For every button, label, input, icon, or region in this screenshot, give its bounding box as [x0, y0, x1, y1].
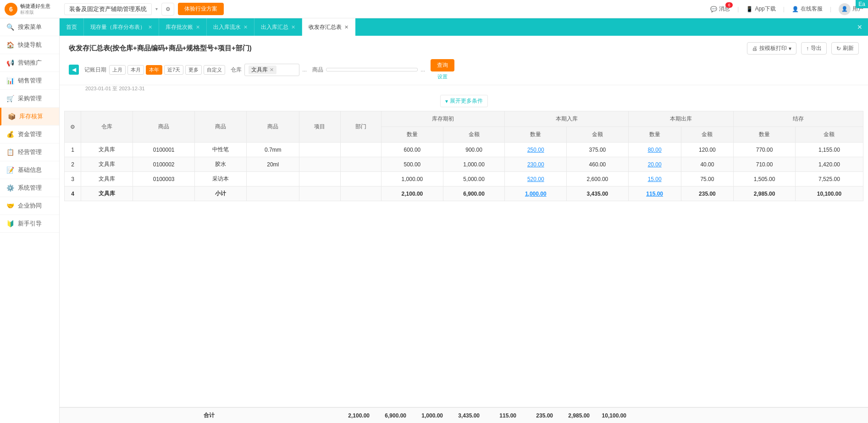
row-spec: 0.7mm — [247, 143, 299, 157]
row-bal-qty: 710.00 — [734, 157, 796, 172]
date-btn-last-month[interactable]: 上月 — [109, 65, 126, 75]
row-bal-amt: 7,525.00 — [795, 172, 863, 187]
footer-bal-qty: 2,985.00 — [558, 412, 594, 419]
system-title[interactable]: 装备及固定资产辅助管理系统 — [64, 3, 152, 15]
page-actions: 🖨 按模板打印 ▾ ↑ 导出 ↻ 刷新 — [747, 42, 859, 55]
table-footer: 合计 2,100.00 6,900.00 1,000.00 3,435.00 1… — [60, 407, 868, 423]
tab-batch-ledger[interactable]: 库存批次账 ✕ — [159, 18, 207, 36]
expand-conditions-btn[interactable]: ▾ 展开更多条件 — [440, 95, 488, 107]
trial-button[interactable]: 体验行业方案 — [178, 3, 224, 15]
tab-close-in-out-summary[interactable]: ✕ — [291, 24, 295, 30]
row-name: 胶水 — [195, 157, 247, 172]
row-out-qty[interactable]: 20.00 — [628, 157, 681, 172]
export-button[interactable]: ↑ 导出 — [801, 42, 827, 55]
sidebar-item-sales[interactable]: 📊 销售管理 — [0, 72, 59, 90]
row-in-amt: 375.00 — [567, 143, 629, 157]
subtotal-in-amt: 3,435.00 — [567, 187, 629, 201]
online-service-item[interactable]: 👤 在线客服 — [792, 5, 823, 13]
subtotal-in-qty[interactable]: 1,000.00 — [505, 187, 567, 201]
sidebar-item-enterprise[interactable]: 🤝 企业协同 — [0, 197, 59, 215]
subtotal-out-qty[interactable]: 115.00 — [628, 187, 681, 201]
row-index: 3 — [65, 172, 81, 187]
system-dropdown-icon[interactable]: ▾ — [155, 6, 158, 11]
base-info-icon: 📝 — [6, 166, 14, 174]
table-settings-icon[interactable]: ⚙ — [70, 124, 75, 130]
product-filter-field[interactable] — [326, 68, 418, 71]
date-btn-custom[interactable]: 自定义 — [204, 65, 225, 75]
row-out-amt: 40.00 — [681, 157, 734, 172]
tab-home[interactable]: 首页 — [60, 18, 84, 36]
row-code: 0100001 — [133, 143, 195, 157]
row-in-qty[interactable]: 520.00 — [505, 172, 567, 187]
row-dept — [340, 172, 381, 187]
print-button[interactable]: 🖨 按模板打印 ▾ — [747, 42, 796, 55]
sidebar-item-operations[interactable]: 📋 经营管理 — [0, 143, 59, 161]
warehouse-tag-close[interactable]: ✕ — [270, 67, 274, 73]
system-icon: ⚙️ — [6, 184, 14, 192]
row-dept — [340, 157, 381, 172]
col-out-amt-header: 金额 — [681, 127, 734, 143]
tab-close-receive-send-summary[interactable]: ✕ — [344, 24, 348, 30]
row-out-qty[interactable]: 80.00 — [628, 143, 681, 157]
refresh-button[interactable]: ↻ 刷新 — [831, 42, 859, 55]
query-button[interactable]: 查询 — [431, 59, 454, 71]
sidebar-item-marketing[interactable]: 📢 营销推广 — [0, 54, 59, 72]
col-settings-header[interactable]: ⚙ — [65, 111, 81, 143]
date-btn-7days[interactable]: 近7天 — [164, 65, 183, 75]
sidebar-item-purchase[interactable]: 🛒 采购管理 — [0, 90, 59, 108]
message-item[interactable]: 💬 消息 6 — [710, 5, 730, 13]
printer-icon: 🖨 — [752, 45, 757, 52]
sidebar-item-search[interactable]: 🔍 搜索菜单 — [0, 18, 59, 36]
row-opening-qty: 500.00 — [381, 157, 443, 172]
row-bal-qty: 1,505.00 — [734, 172, 796, 187]
sidebar-item-finance[interactable]: 💰 资金管理 — [0, 126, 59, 143]
subtotal-warehouse: 文具库 — [81, 187, 133, 201]
sidebar-item-quick-nav[interactable]: 🏠 快捷导航 — [0, 36, 59, 54]
tab-receive-send-summary[interactable]: 收发存汇总表 ✕ — [302, 18, 355, 36]
top-header: 6 畅捷通好生意 标准版 装备及固定资产辅助管理系统 ▾ ⚙ 体验行业方案 💬 … — [0, 0, 868, 18]
col-out-qty-header: 数量 — [628, 127, 681, 143]
tab-close-inventory-dist[interactable]: ✕ — [148, 24, 152, 30]
sidebar-item-inventory[interactable]: 📦 库存核算 — [0, 108, 59, 126]
avatar: 👤 — [839, 3, 851, 15]
app-download-item[interactable]: 📱 App下载 — [746, 5, 775, 13]
gear-button[interactable]: ⚙ — [161, 3, 174, 16]
sidebar-item-guide[interactable]: 🔰 新手引导 — [0, 215, 59, 233]
date-btn-this-month[interactable]: 本月 — [127, 65, 144, 75]
col-in-qty-header: 数量 — [505, 127, 567, 143]
tab-in-out-summary[interactable]: 出入库汇总 ✕ — [254, 18, 302, 36]
col-spec-header: 商品 — [247, 111, 299, 143]
refresh-icon: ↻ — [836, 45, 841, 52]
row-warehouse: 文具库 — [81, 157, 133, 172]
date-btn-this-year[interactable]: 本年 — [146, 65, 162, 75]
subtotal-dept — [340, 187, 381, 201]
tab-close-batch-ledger[interactable]: ✕ — [196, 24, 200, 30]
sidebar-item-system[interactable]: ⚙️ 系统管理 — [0, 179, 59, 197]
row-bal-amt: 1,155.00 — [795, 143, 863, 157]
tab-inventory-dist[interactable]: 现存量（库存分布表） ✕ — [84, 18, 159, 36]
settings-link[interactable]: 设置 — [431, 73, 454, 80]
row-bal-qty: 770.00 — [734, 143, 796, 157]
tab-close-in-out-flow[interactable]: ✕ — [243, 24, 248, 30]
filter-bar: ◀ 记账日期 上月 本月 本年 近7天 更多 自定义 仓库 — [60, 55, 868, 85]
tab-bar-close-btn[interactable]: ✕ — [851, 18, 868, 36]
warehouse-filter-field[interactable]: 文具库 ✕ — [244, 64, 299, 76]
finance-icon: 💰 — [6, 131, 14, 138]
filter-collapse-btn[interactable]: ◀ — [69, 65, 79, 75]
warehouse-filter-label: 仓库 — [231, 66, 242, 74]
row-in-qty[interactable]: 230.00 — [505, 157, 567, 172]
header-right: 💬 消息 6 | 📱 App下载 | 👤 在线客服 | 👤 用户 Ea — [710, 3, 863, 15]
date-btn-more[interactable]: 更多 — [185, 65, 202, 75]
row-out-qty[interactable]: 15.00 — [628, 172, 681, 187]
footer-total-label: 合计 — [81, 412, 337, 419]
sidebar-item-base-info[interactable]: 📝 基础信息 — [0, 161, 59, 179]
product-dots[interactable]: ... — [420, 66, 425, 73]
subtotal-out-amt: 235.00 — [681, 187, 734, 201]
product-filter-group: 商品 ... — [312, 66, 425, 74]
row-in-qty[interactable]: 250.00 — [505, 143, 567, 157]
tab-in-out-flow[interactable]: 出入库流水 ✕ — [207, 18, 254, 36]
phone-icon: 📱 — [746, 6, 753, 12]
warehouse-dots[interactable]: ... — [302, 66, 307, 73]
row-dept — [340, 143, 381, 157]
message-badge: 6 — [725, 2, 733, 8]
